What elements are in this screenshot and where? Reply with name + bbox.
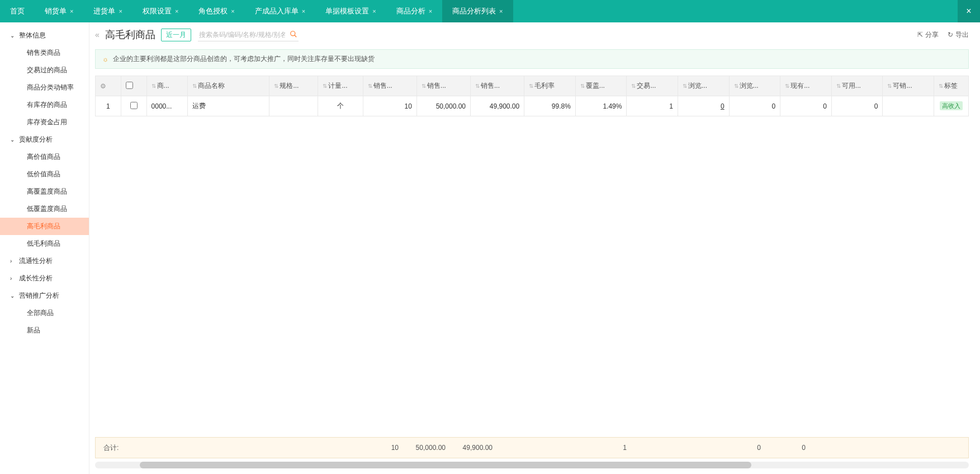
col-sale-profit[interactable]: ⇅销售... (471, 76, 524, 96)
horizontal-scrollbar[interactable] (95, 462, 969, 468)
chevron-right-icon: › (10, 258, 16, 264)
close-icon[interactable]: × (429, 8, 432, 15)
sidebar-item[interactable]: 高价值商品 (0, 148, 89, 166)
close-icon[interactable]: × (175, 8, 178, 15)
period-filter-button[interactable]: 近一月 (161, 29, 191, 41)
col-sale-amt[interactable]: ⇅销售... (416, 76, 470, 96)
col-avail[interactable]: ⇅可用... (831, 76, 883, 96)
close-icon[interactable]: × (372, 8, 376, 15)
tab-template-settings[interactable]: 单据模板设置× (315, 0, 386, 22)
cell-stock: 0 (780, 96, 832, 116)
search-icon[interactable] (290, 30, 297, 40)
col-name[interactable]: ⇅商品名称 (187, 76, 269, 96)
cell-name: 运费 (187, 96, 269, 116)
cell-avail: 0 (831, 96, 883, 116)
cell-unit: 个 (318, 96, 363, 116)
col-view1[interactable]: ⇅浏览... (678, 76, 730, 96)
row-checkbox[interactable] (130, 102, 138, 109)
col-sellable[interactable]: ⇅可销... (883, 76, 934, 96)
tab-finished-goods[interactable]: 产成品入库单× (245, 0, 315, 22)
export-icon: ↻ (948, 31, 953, 39)
tab-role-auth[interactable]: 角色授权× (188, 0, 244, 22)
collapse-sidebar-icon[interactable]: « (95, 30, 100, 39)
sidebar-item[interactable]: 低毛利商品 (0, 235, 89, 252)
col-tx[interactable]: ⇅交易... (627, 76, 678, 96)
col-stock[interactable]: ⇅现有... (780, 76, 832, 96)
cell-code: 0000... (146, 96, 187, 116)
tab-permission[interactable]: 权限设置× (132, 0, 188, 22)
sidebar-item[interactable]: 交易过的商品 (0, 62, 89, 79)
col-spec[interactable]: ⇅规格... (269, 76, 318, 96)
cell-margin: 99.8% (524, 96, 576, 116)
cell-sale-qty: 10 (363, 96, 416, 116)
scrollbar-thumb[interactable] (140, 462, 751, 468)
chevron-right-icon: › (10, 275, 16, 281)
sidebar-item[interactable]: 高毛利商品 (0, 218, 89, 235)
sidebar-group[interactable]: ⌄贡献度分析 (0, 131, 89, 148)
sidebar-item[interactable]: 有库存的商品 (0, 96, 89, 114)
col-unit[interactable]: ⇅计量... (318, 76, 363, 96)
share-button[interactable]: ⇱分享 (917, 30, 939, 40)
tab-home[interactable]: 首页 (0, 0, 35, 22)
cell-tx: 1 (627, 96, 678, 116)
cell-view1[interactable]: 0 (678, 96, 730, 116)
search-box (198, 29, 299, 41)
sidebar-item[interactable]: 商品分类动销率 (0, 79, 89, 96)
tab-purchase-order[interactable]: 进货单× (83, 0, 132, 22)
tab-product-analysis[interactable]: 商品分析× (386, 0, 442, 22)
gear-icon[interactable]: ⚙ (100, 82, 106, 90)
tab-product-analysis-list[interactable]: 商品分析列表× (442, 0, 513, 22)
totals-label: 合计: (96, 443, 145, 453)
select-all-checkbox[interactable] (126, 82, 133, 89)
row-index: 1 (96, 96, 121, 116)
settings-column-header[interactable]: ⚙ (96, 76, 121, 96)
close-icon[interactable]: × (231, 8, 234, 15)
totals-stock: 0 (721, 444, 765, 452)
sidebar-item[interactable]: 库存资金占用 (0, 114, 89, 131)
close-icon[interactable]: × (119, 8, 122, 15)
col-margin[interactable]: ⇅毛利率 (524, 76, 576, 96)
table-container: ⚙ ⇅商... ⇅商品名称 ⇅规格... ⇅计量... ⇅销售... ⇅销售..… (95, 76, 969, 437)
top-tab-bar: 首页 销货单× 进货单× 权限设置× 角色授权× 产成品入库单× 单据模板设置×… (0, 0, 980, 22)
col-view2[interactable]: ⇅浏览... (729, 76, 780, 96)
tab-sales-order[interactable]: 销货单× (35, 0, 83, 22)
cell-spec (269, 96, 318, 116)
sidebar-group-label: 贡献度分析 (19, 135, 53, 144)
sidebar-group-label: 整体信息 (19, 31, 46, 40)
close-icon[interactable]: × (70, 8, 73, 15)
sidebar-item[interactable]: 销售类商品 (0, 44, 89, 62)
sidebar-group-label: 流通性分析 (19, 256, 53, 266)
svg-point-0 (291, 31, 295, 35)
col-code[interactable]: ⇅商... (146, 76, 187, 96)
export-button[interactable]: ↻导出 (948, 30, 969, 40)
sidebar-group[interactable]: ›流通性分析 (0, 252, 89, 270)
table-row[interactable]: 1 0000... 运费 个 10 50,000.00 49,900.00 99… (96, 96, 969, 116)
col-tag[interactable]: ⇅标签 (934, 76, 969, 96)
share-icon: ⇱ (917, 31, 923, 39)
sidebar-item[interactable]: 低覆盖度商品 (0, 200, 89, 218)
col-sale-qty[interactable]: ⇅销售... (363, 76, 416, 96)
close-icon[interactable]: × (499, 8, 503, 15)
close-all-tabs-button[interactable]: × (958, 0, 980, 22)
sidebar-item[interactable]: 新品 (0, 322, 89, 339)
search-input[interactable] (198, 29, 299, 41)
sidebar-group[interactable]: ›成长性分析 (0, 270, 89, 287)
sidebar-group[interactable]: ⌄营销推广分析 (0, 287, 89, 304)
close-icon[interactable]: × (302, 8, 305, 15)
sidebar-item[interactable]: 高覆盖度商品 (0, 183, 89, 200)
totals-tx: 1 (586, 444, 631, 452)
sidebar-group-label: 成长性分析 (19, 274, 53, 283)
sidebar-group-label: 营销推广分析 (19, 291, 59, 301)
cell-tag: 高收入 (934, 96, 969, 116)
sidebar-item[interactable]: 全部商品 (0, 304, 89, 322)
sidebar-group[interactable]: ⌄整体信息 (0, 27, 89, 44)
sidebar-item[interactable]: 低价值商品 (0, 166, 89, 183)
main-content: « 高毛利商品 近一月 ⇱分享 ↻导出 ☼ 企业的主要利润都是这部分商品创造的，… (89, 22, 980, 474)
col-coverage[interactable]: ⇅覆盖... (575, 76, 627, 96)
bulb-icon: ☼ (102, 55, 108, 63)
totals-avail: 0 (765, 444, 810, 452)
page-header: « 高毛利商品 近一月 ⇱分享 ↻导出 (89, 22, 980, 49)
totals-sale-qty: 10 (356, 444, 403, 452)
table-header-row: ⚙ ⇅商... ⇅商品名称 ⇅规格... ⇅计量... ⇅销售... ⇅销售..… (96, 76, 969, 96)
checkbox-column-header (121, 76, 146, 96)
